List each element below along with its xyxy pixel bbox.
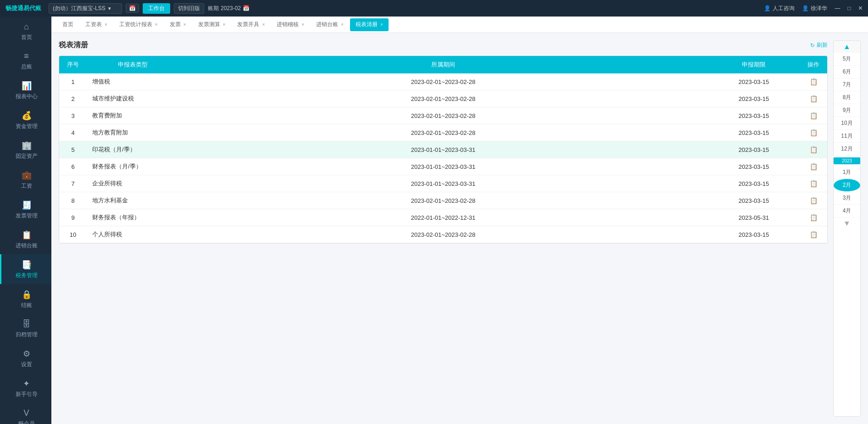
sidebar-item-ledger[interactable]: ≡ 总账 — [0, 46, 51, 75]
cell-action[interactable]: 📋 — [800, 73, 827, 90]
user-profile[interactable]: 👤 徐泽华 — [802, 5, 827, 12]
cal-up-button[interactable]: ▲ — [834, 41, 860, 53]
action-icon[interactable]: 📋 — [810, 214, 818, 221]
action-icon[interactable]: 📋 — [810, 78, 818, 85]
cell-period: 2023-01-01~2023-03-31 — [178, 158, 708, 175]
sidebar-item-assets[interactable]: 🏢 固定资产 — [0, 135, 51, 165]
sidebar-item-guide[interactable]: ✦ 新手引导 — [0, 373, 51, 403]
sidebar-item-salary[interactable]: 💼 工资 — [0, 165, 51, 195]
tab-发票开具[interactable]: 发票开具× — [232, 18, 270, 31]
settings-icon: ⚙ — [23, 349, 30, 359]
tab-进销稽核[interactable]: 进销稽核× — [271, 18, 310, 31]
ai-consult-btn[interactable]: 👤 人工咨询 — [764, 5, 795, 12]
cell-action[interactable]: 📋 — [800, 141, 827, 158]
invoice-icon: 🧾 — [22, 200, 32, 210]
sidebar-item-home[interactable]: ⌂ 首页 — [0, 17, 51, 46]
tab-工资表[interactable]: 工资表× — [80, 18, 113, 31]
sidebar-label-funds: 资金管理 — [16, 123, 38, 130]
sidebar-item-settings[interactable]: ⚙ 设置 — [0, 343, 51, 373]
tab-close-icon[interactable]: × — [341, 22, 344, 27]
action-icon[interactable]: 📋 — [810, 95, 818, 102]
tab-bar: 首页工资表×工资统计报表×发票×发票测算×发票开具×进销稽核×进销台账×税表清册… — [51, 17, 868, 33]
sidebar-item-reports[interactable]: 📊 报表中心 — [0, 75, 51, 105]
cal-month-10月[interactable]: 10月 — [834, 117, 860, 130]
cell-action[interactable]: 📋 — [800, 209, 827, 226]
tab-close-icon[interactable]: × — [155, 22, 158, 27]
cal-month-9月[interactable]: 9月 — [834, 104, 860, 117]
refresh-button[interactable]: ↻ 刷新 — [810, 41, 828, 49]
cal-month-5月[interactable]: 5月 — [834, 53, 860, 66]
period-icon: 📅 — [243, 5, 250, 11]
cal-month-12月[interactable]: 12月 — [834, 143, 860, 156]
tab-close-icon[interactable]: × — [262, 22, 265, 27]
guide-icon: ✦ — [23, 379, 30, 389]
cell-period: 2023-02-01~2023-02-28 — [178, 226, 708, 243]
cell-action[interactable]: 📋 — [800, 107, 827, 124]
minimize-icon[interactable]: — — [835, 5, 840, 11]
sidebar-item-tax[interactable]: 📑 税务管理 — [0, 254, 51, 284]
tab-close-icon[interactable]: × — [223, 22, 226, 27]
cal-month-2023-2月[interactable]: 2月 — [834, 179, 860, 192]
cell-seq: 9 — [59, 209, 87, 226]
tab-税表清册[interactable]: 税表清册× — [350, 18, 389, 31]
cell-type: 企业所得税 — [87, 175, 178, 192]
tab-close-icon[interactable]: × — [380, 22, 383, 27]
tab-进销台账[interactable]: 进销台账× — [311, 18, 349, 31]
tab-label: 税表清册 — [356, 21, 378, 28]
cell-action[interactable]: 📋 — [800, 192, 827, 209]
assets-icon: 🏢 — [22, 140, 32, 151]
action-icon[interactable]: 📋 — [810, 112, 818, 119]
action-icon[interactable]: 📋 — [810, 197, 818, 204]
tab-发票[interactable]: 发票× — [164, 18, 192, 31]
header-申报表类型: 申报表类型 — [87, 56, 178, 73]
cell-action[interactable]: 📋 — [800, 124, 827, 141]
action-icon[interactable]: 📋 — [810, 231, 818, 238]
cal-month-2023-3月[interactable]: 3月 — [834, 192, 860, 205]
maximize-icon[interactable]: □ — [847, 5, 851, 11]
tab-首页[interactable]: 首页 — [57, 18, 79, 31]
workbench-button[interactable]: 工作台 — [143, 3, 170, 14]
sidebar-item-funds[interactable]: 💰 资金管理 — [0, 105, 51, 135]
sidebar: ⌂ 首页 ≡ 总账 📊 报表中心 💰 资金管理 🏢 固定资产 💼 工资 🧾 发票… — [0, 17, 51, 424]
tab-close-icon[interactable]: × — [184, 22, 186, 27]
app-logo: 畅捷通易代账 — [6, 4, 41, 12]
cell-type: 印花税（月/季） — [87, 141, 178, 158]
action-icon[interactable]: 📋 — [810, 146, 818, 153]
sidebar-item-close[interactable]: 🔒 结账 — [0, 284, 51, 314]
vip-icon: V — [23, 408, 29, 418]
page-content: 税表清册 ↻ 刷新 序号申报表类型所属期间申报期限操作 1 增值税 2023-0… — [51, 33, 868, 424]
cell-action[interactable]: 📋 — [800, 175, 827, 192]
close-icon[interactable]: × — [858, 4, 862, 12]
switch-old-button[interactable]: 切到旧版 — [174, 3, 204, 14]
tab-工资统计报表[interactable]: 工资统计报表× — [114, 18, 163, 31]
user-avatar-icon: 👤 — [802, 5, 809, 11]
cal-month-7月[interactable]: 7月 — [834, 78, 860, 91]
cell-action[interactable]: 📋 — [800, 226, 827, 243]
table-header: 序号申报表类型所属期间申报期限操作 — [59, 56, 827, 73]
sidebar-item-vip[interactable]: V 畅会员 — [0, 403, 51, 424]
action-icon[interactable]: 📋 — [810, 180, 818, 187]
cell-action[interactable]: 📋 — [800, 90, 827, 107]
sidebar-item-archive[interactable]: 🗄 归档管理 — [0, 314, 51, 343]
cal-month-11月[interactable]: 11月 — [834, 130, 860, 143]
sidebar-item-purchase[interactable]: 📋 进销台账 — [0, 224, 51, 254]
year-2023-badge: 2023 — [834, 157, 860, 164]
cal-month-6月[interactable]: 6月 — [834, 66, 860, 78]
cal-month-2023-4月[interactable]: 4月 — [834, 205, 860, 218]
cal-down-button[interactable]: ▼ — [834, 218, 860, 229]
tab-发票测算[interactable]: 发票测算× — [193, 18, 231, 31]
cal-month-2023-1月[interactable]: 1月 — [834, 166, 860, 179]
cell-type: 城市维护建设税 — [87, 90, 178, 107]
calendar-icon-btn[interactable]: 📅 — [126, 4, 139, 13]
cell-action[interactable]: 📋 — [800, 158, 827, 175]
action-icon[interactable]: 📋 — [810, 129, 818, 136]
cell-deadline: 2023-03-15 — [708, 192, 800, 209]
tab-close-icon[interactable]: × — [301, 22, 304, 27]
tab-close-icon[interactable]: × — [105, 22, 107, 27]
cal-month-8月[interactable]: 8月 — [834, 91, 860, 104]
table-row: 3 教育费附加 2023-02-01~2023-02-28 2023-03-15… — [59, 107, 827, 124]
sidebar-item-invoice[interactable]: 🧾 发票管理 — [0, 195, 51, 224]
company-selector[interactable]: (勿动）江西服宝-LSS ▼ — [49, 3, 122, 14]
sidebar-label-home: 首页 — [21, 33, 32, 41]
action-icon[interactable]: 📋 — [810, 163, 818, 170]
